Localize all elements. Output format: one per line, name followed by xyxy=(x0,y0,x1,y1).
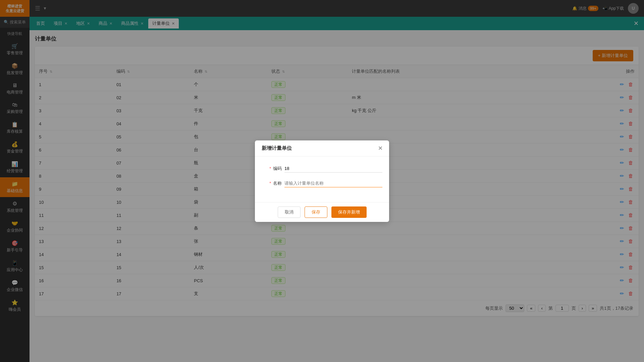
modal-close-button[interactable]: ✕ xyxy=(378,145,382,152)
modal-title: 新增计量单位 xyxy=(262,145,292,152)
name-input[interactable] xyxy=(284,179,382,187)
save-button[interactable]: 保存 xyxy=(305,206,327,218)
code-input[interactable] xyxy=(284,165,382,173)
modal-footer: 取消 保存 保存并新增 xyxy=(255,202,389,222)
code-form-row: * 编码 xyxy=(262,165,382,173)
modal-overlay: 新增计量单位 ✕ * 编码 * 名称 取消 保存 保存并新增 xyxy=(0,0,644,362)
modal-body: * 编码 * 名称 xyxy=(255,157,389,202)
save-and-new-button[interactable]: 保存并新增 xyxy=(331,206,367,218)
name-label: * 名称 xyxy=(262,180,282,186)
add-unit-modal: 新增计量单位 ✕ * 编码 * 名称 取消 保存 保存并新增 xyxy=(255,140,389,222)
name-form-row: * 名称 xyxy=(262,179,382,187)
modal-header: 新增计量单位 ✕ xyxy=(255,140,389,157)
cancel-button[interactable]: 取消 xyxy=(278,206,301,218)
code-label: * 编码 xyxy=(262,166,282,172)
